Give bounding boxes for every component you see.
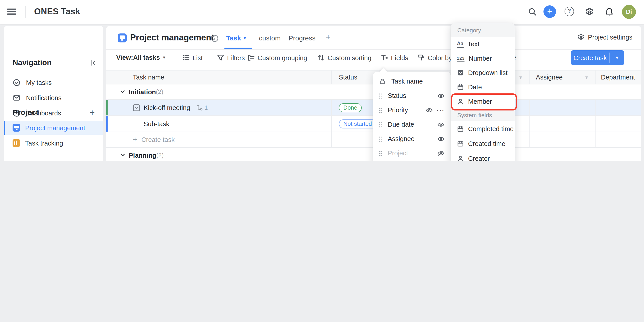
subtask-count: 1 bbox=[204, 104, 208, 111]
submenu-item-created-time[interactable]: Created time bbox=[450, 136, 515, 151]
fields-menu-item-department[interactable]: Department ··· bbox=[373, 160, 450, 161]
active-tab-underline bbox=[224, 48, 252, 49]
create-new-button[interactable]: + bbox=[544, 6, 556, 18]
submenu-item-member[interactable]: Member bbox=[450, 94, 515, 109]
header-divider bbox=[571, 32, 571, 43]
task-name[interactable]: Kick-off meeting bbox=[144, 104, 190, 111]
toolbar-fields-button[interactable]: Fields bbox=[380, 54, 408, 62]
project-icon bbox=[118, 33, 127, 43]
column-header-task-name[interactable]: Task name bbox=[106, 71, 332, 84]
search-icon[interactable] bbox=[528, 7, 537, 17]
project-section-title: Project bbox=[12, 108, 38, 117]
toolbar-list-button[interactable]: List bbox=[182, 54, 202, 62]
notification-bell-icon[interactable] bbox=[604, 7, 614, 17]
submenu-item-creator[interactable]: Creator bbox=[450, 151, 515, 161]
column-header-department[interactable]: Department bbox=[596, 71, 641, 84]
calendar-icon bbox=[457, 125, 464, 132]
drag-handle-icon[interactable] bbox=[379, 150, 382, 156]
fields-menu-item-task-name[interactable]: Task name bbox=[373, 74, 450, 89]
hamburger-menu-icon[interactable] bbox=[7, 9, 16, 15]
drag-handle-icon[interactable] bbox=[379, 122, 382, 127]
app-window: ONES Task + ? Di Navigation My ta bbox=[0, 0, 644, 161]
eye-icon[interactable] bbox=[437, 135, 445, 143]
tab-task[interactable]: Task▼ bbox=[226, 34, 247, 42]
submenu-item-text[interactable]: Aa Text bbox=[450, 37, 515, 51]
eye-off-icon[interactable] bbox=[437, 149, 445, 157]
fields-menu-item-project[interactable]: Project bbox=[373, 146, 450, 160]
submenu-item-dropdown-list[interactable]: Dropdown list bbox=[450, 66, 515, 80]
drag-handle-icon[interactable] bbox=[379, 93, 382, 99]
sidebar-title: Navigation bbox=[12, 58, 52, 67]
fields-menu-item-status[interactable]: Status bbox=[373, 89, 450, 103]
drag-handle-icon[interactable] bbox=[379, 136, 382, 142]
person-icon bbox=[457, 155, 464, 161]
chevron-down-icon[interactable] bbox=[120, 152, 126, 158]
tab-progress[interactable]: Progress bbox=[288, 34, 316, 42]
fields-menu-item-assignee[interactable]: Assignee bbox=[373, 132, 450, 146]
lock-icon bbox=[379, 78, 386, 85]
sidebar-item-my-tasks[interactable]: My tasks bbox=[4, 76, 103, 90]
status-badge[interactable]: Done bbox=[339, 103, 362, 112]
main-header: Project management Task▼ custom Progress… bbox=[106, 26, 641, 50]
sort-caret-icon[interactable]: ▼ bbox=[518, 75, 523, 80]
group-count: (2) bbox=[156, 89, 163, 95]
task-tracking-icon bbox=[12, 139, 20, 147]
eye-icon[interactable] bbox=[437, 121, 445, 128]
toolbar-filters-button[interactable]: Filters bbox=[217, 54, 245, 62]
status-badge[interactable]: Not started bbox=[339, 119, 376, 128]
dropdown-list-icon bbox=[457, 69, 464, 76]
project-settings-button[interactable]: Project settings bbox=[577, 33, 632, 41]
page-title: Project management bbox=[130, 33, 214, 43]
submenu-item-number[interactable]: 123 Number bbox=[450, 51, 515, 66]
task-color-bar bbox=[106, 116, 108, 132]
create-task-button[interactable]: Create task ▼ bbox=[571, 50, 624, 65]
paint-roller-icon bbox=[417, 54, 425, 62]
task-name[interactable]: Sub-task bbox=[144, 120, 169, 127]
add-view-tab[interactable]: + bbox=[326, 33, 330, 42]
subtask-indicator[interactable]: 1 bbox=[196, 104, 208, 111]
sort-caret-icon[interactable]: ▼ bbox=[584, 75, 589, 80]
plus-icon: + bbox=[133, 135, 137, 144]
create-task-label[interactable]: Create task bbox=[571, 50, 610, 65]
text-field-icon: Aa bbox=[457, 41, 463, 47]
check-circle-icon bbox=[12, 79, 21, 87]
eye-icon[interactable] bbox=[425, 106, 433, 114]
user-avatar[interactable]: Di bbox=[622, 5, 636, 19]
more-options-icon[interactable]: ··· bbox=[437, 107, 445, 113]
add-project-icon[interactable]: + bbox=[90, 108, 95, 118]
task-type-checkbox-icon[interactable] bbox=[133, 104, 140, 111]
create-task-dropdown-caret[interactable]: ▼ bbox=[610, 50, 624, 65]
chevron-down-icon: ▼ bbox=[162, 55, 166, 60]
sidebar-item-label: Task tracking bbox=[25, 139, 63, 147]
help-icon[interactable]: ? bbox=[564, 7, 574, 16]
drag-handle-icon[interactable] bbox=[379, 107, 382, 113]
collapse-sidebar-icon[interactable] bbox=[89, 59, 96, 67]
group-label: Planning bbox=[129, 152, 156, 159]
toolbar-divider bbox=[177, 51, 177, 61]
view-selector[interactable]: View:All tasks▼ bbox=[116, 54, 166, 61]
sidebar-item-notifications[interactable]: Notifications bbox=[4, 91, 103, 105]
sidebar-item-project-management[interactable]: Project management bbox=[4, 121, 103, 135]
column-header-assignee[interactable]: Assignee▼ bbox=[530, 71, 596, 84]
toolbar-custom-grouping-button[interactable]: Custom grouping bbox=[247, 54, 307, 62]
chevron-down-icon[interactable] bbox=[120, 89, 126, 95]
calendar-icon bbox=[457, 84, 464, 91]
tab-custom[interactable]: custom bbox=[259, 34, 281, 42]
sidebar-item-label: Notifications bbox=[26, 94, 62, 102]
fields-menu-item-due-date[interactable]: Due date bbox=[373, 117, 450, 132]
top-bar: ONES Task + ? Di bbox=[0, 0, 644, 24]
topbar-divider bbox=[25, 6, 26, 18]
submenu-item-date[interactable]: Date bbox=[450, 80, 515, 94]
fields-menu-item-priority[interactable]: Priority ··· bbox=[373, 103, 450, 117]
gear-icon[interactable] bbox=[585, 7, 594, 17]
toolbar-color-by-button[interactable]: Color by bbox=[417, 54, 452, 62]
create-task-inline[interactable]: +Create task bbox=[133, 135, 174, 144]
list-icon bbox=[182, 54, 190, 62]
mail-icon bbox=[12, 94, 21, 102]
info-icon[interactable] bbox=[211, 35, 218, 42]
eye-icon[interactable] bbox=[437, 92, 445, 100]
member-person-icon bbox=[457, 98, 464, 105]
toolbar-custom-sorting-button[interactable]: Custom sorting bbox=[317, 54, 371, 62]
submenu-item-completed-time[interactable]: Completed time bbox=[450, 121, 515, 136]
sidebar-item-task-tracking[interactable]: Task tracking bbox=[4, 136, 103, 150]
